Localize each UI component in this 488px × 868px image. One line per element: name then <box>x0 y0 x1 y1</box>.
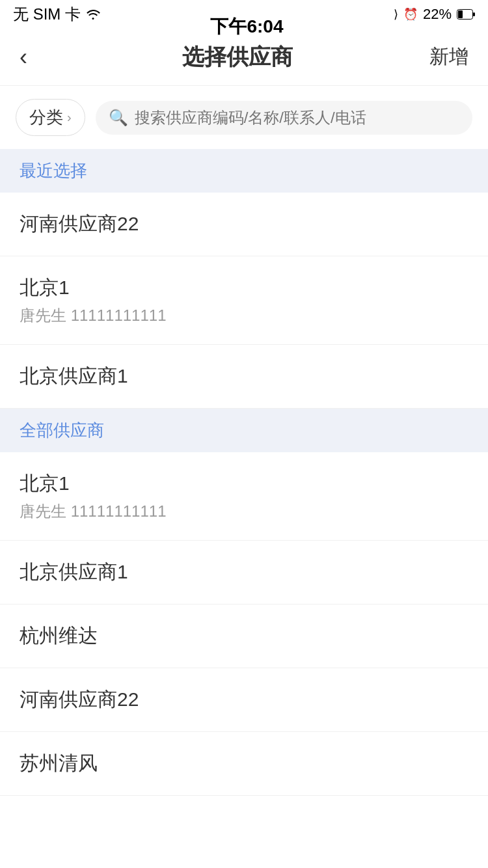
search-bar-area: 分类 › 🔍 <box>0 86 488 149</box>
page-title: 选择供应商 <box>59 42 416 72</box>
list-item[interactable]: 河南供应商22 <box>0 668 488 732</box>
list-item[interactable]: 河南供应商22 <box>0 193 488 256</box>
recent-section-label: 最近选择 <box>20 161 87 180</box>
list-item[interactable]: 北京供应商1 <box>0 541 488 604</box>
list-item[interactable]: 北京1 唐先生 11111111111 <box>0 452 488 541</box>
status-carrier: 无 SIM 卡 <box>13 4 100 25</box>
item-sub: 唐先生 11111111111 <box>20 305 468 326</box>
item-name: 苏州清风 <box>20 750 468 777</box>
list-item[interactable]: 苏州清风 <box>0 732 488 796</box>
all-section-label: 全部供应商 <box>20 420 104 440</box>
location-icon: ⟩ <box>394 7 398 21</box>
wifi-icon <box>86 8 100 20</box>
item-sub: 唐先生 11111111111 <box>20 501 468 522</box>
battery-text: 22% <box>423 6 452 23</box>
item-name: 北京供应商1 <box>20 559 468 586</box>
status-bar: 无 SIM 卡 下午6:04 ⟩ ⏰ 22% <box>0 0 488 29</box>
item-name: 河南供应商22 <box>20 686 468 713</box>
search-input[interactable] <box>135 109 459 127</box>
item-name: 北京供应商1 <box>20 363 468 390</box>
item-name: 北京1 <box>20 275 468 301</box>
search-input-wrap: 🔍 <box>96 101 472 135</box>
search-icon: 🔍 <box>109 109 128 127</box>
recent-list: 河南供应商22 北京1 唐先生 11111111111 北京供应商1 <box>0 193 488 409</box>
add-button[interactable]: 新增 <box>416 44 468 70</box>
list-item[interactable]: 北京供应商1 <box>0 345 488 409</box>
carrier-text: 无 SIM 卡 <box>13 4 81 25</box>
battery-icon <box>457 9 475 20</box>
item-name: 杭州维达 <box>20 623 468 649</box>
svg-rect-2 <box>473 12 475 16</box>
all-list: 北京1 唐先生 11111111111 北京供应商1 杭州维达 河南供应商22 … <box>0 452 488 796</box>
list-item[interactable]: 杭州维达 <box>0 604 488 668</box>
status-time: 下午6:04 <box>210 14 283 39</box>
alarm-icon: ⏰ <box>403 7 418 21</box>
all-section-header: 全部供应商 <box>0 409 488 452</box>
item-name: 河南供应商22 <box>20 211 468 237</box>
item-name: 北京1 <box>20 470 468 497</box>
status-right: ⟩ ⏰ 22% <box>394 6 475 23</box>
recent-section-header: 最近选择 <box>0 149 488 193</box>
svg-rect-1 <box>458 10 463 18</box>
chevron-right-icon: › <box>67 110 72 125</box>
category-button[interactable]: 分类 › <box>16 99 85 136</box>
list-item[interactable]: 北京1 唐先生 11111111111 <box>0 256 488 345</box>
category-label: 分类 <box>29 106 63 129</box>
back-button[interactable]: ‹ <box>20 44 59 71</box>
